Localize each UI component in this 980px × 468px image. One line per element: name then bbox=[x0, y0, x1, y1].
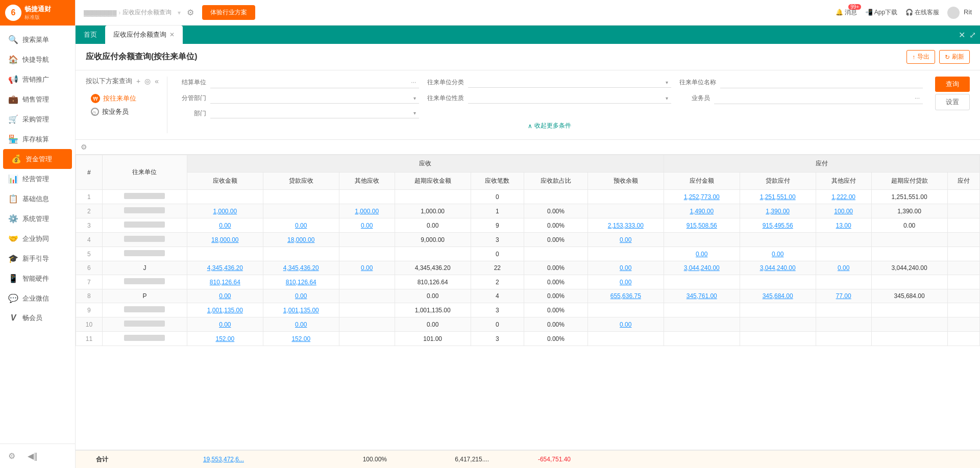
collapse-filter-icon[interactable]: « bbox=[155, 77, 159, 85]
footer-ar-ratio: 100.00% bbox=[346, 456, 387, 463]
salesperson-dots-icon[interactable]: ··· bbox=[915, 94, 920, 102]
system-icon: ⚙️ bbox=[8, 214, 18, 224]
notification-btn[interactable]: 🔔 消息 99+ bbox=[836, 8, 857, 17]
refresh-label: 刷新 bbox=[952, 53, 964, 61]
sales-icon: 💼 bbox=[8, 94, 18, 104]
sidebar-item-label: 库存核算 bbox=[22, 135, 49, 144]
sidebar-item-label: 基础信息 bbox=[22, 194, 49, 204]
sidebar-item-label: 畅会员 bbox=[22, 313, 42, 323]
app-download-label: App下载 bbox=[874, 9, 897, 16]
table-row: 101,252,773.001,251,551.001,222.001,251,… bbox=[76, 190, 980, 204]
table-row: 7810,126.64810,126.64810,126.6420.00%0.0… bbox=[76, 275, 980, 289]
sidebar-item-search[interactable]: 🔍 搜索菜单 bbox=[0, 30, 75, 50]
row-number: 2 bbox=[76, 204, 103, 218]
user-btn[interactable]: Rit bbox=[947, 7, 972, 19]
query-button[interactable]: 查询 bbox=[935, 77, 970, 92]
sidebar-item-operations[interactable]: 📊 经营管理 bbox=[0, 169, 75, 189]
collapse-sidebar-btn[interactable]: ◀‖ bbox=[23, 448, 42, 464]
sidebar-item-guide[interactable]: 🎓 新手引导 bbox=[0, 249, 75, 268]
tab-arbalance[interactable]: 应收应付余额查询 ✕ bbox=[105, 26, 183, 44]
refresh-icon: ↻ bbox=[945, 54, 950, 61]
table-row: 30.000.000.000.0090.00%2,153,333.00915,5… bbox=[76, 218, 980, 233]
sidebar-item-marketing[interactable]: 📢 营销推广 bbox=[0, 69, 75, 89]
export-button[interactable]: ↑ 导出 bbox=[906, 50, 935, 64]
header-gear-icon[interactable]: ⚙ bbox=[187, 8, 194, 17]
sidebar-item-warehouse[interactable]: 🏪 库存核算 bbox=[0, 129, 75, 149]
tab-home[interactable]: 首页 bbox=[76, 26, 105, 44]
unit-nature-select[interactable]: ▾ bbox=[468, 93, 671, 104]
filter-row-dept: 部门 ▾ bbox=[176, 108, 419, 118]
table-row: 91,001,135.001,001,135.001,001,135.0030.… bbox=[76, 303, 980, 317]
table-toolbar: ⚙ bbox=[76, 140, 980, 155]
tab-close-icon[interactable]: ✕ bbox=[169, 31, 175, 38]
table-row: 100.000.000.0000.00%0.00 bbox=[76, 317, 980, 332]
collapse-label: 收起更多条件 bbox=[534, 121, 571, 130]
sidebar-item-label: 销售管理 bbox=[22, 95, 49, 104]
sidebar-item-wechat[interactable]: 💬 企业微信 bbox=[0, 288, 75, 308]
sidebar-item-finance[interactable]: 💰 资金管理 bbox=[3, 149, 72, 169]
guide-icon: 🎓 bbox=[8, 254, 18, 263]
app-download-btn[interactable]: 📲 App下载 bbox=[865, 8, 897, 17]
sidebar-item-label: 营销推广 bbox=[22, 75, 49, 84]
unit-name-label: 往来单位名称 bbox=[679, 78, 716, 87]
online-service-btn[interactable]: 🎧 在线客服 bbox=[905, 8, 939, 17]
export-label: 导出 bbox=[917, 53, 929, 61]
department-select[interactable]: ▾ bbox=[210, 93, 419, 104]
sidebar-item-member[interactable]: V 畅会员 bbox=[0, 308, 75, 328]
breadcrumb-chevron: › bbox=[118, 9, 120, 16]
partner-cell bbox=[102, 317, 187, 332]
refresh-button[interactable]: ↻ 刷新 bbox=[939, 50, 970, 64]
tab-bar-actions: ✕ ⤢ bbox=[959, 30, 980, 40]
settings-footer-btn[interactable]: ⚙ bbox=[4, 448, 19, 464]
filter-row-department: 分管部门 ▾ bbox=[176, 92, 419, 104]
footer-ar-prepay: 6,417,215.... bbox=[428, 456, 489, 463]
row-number: 8 bbox=[76, 289, 103, 303]
bell-icon: 🔔 bbox=[836, 9, 843, 16]
sidebar-item-purchase[interactable]: 🛒 采购管理 bbox=[0, 109, 75, 129]
add-filter-icon[interactable]: + bbox=[136, 77, 140, 85]
filter-option-by-unit[interactable]: ₩ 按往来单位 bbox=[86, 92, 159, 105]
tab-close-window-icon[interactable]: ✕ bbox=[959, 30, 965, 40]
page-title: 应收应付余额查询(按往来单位) bbox=[86, 52, 198, 62]
filter-option-by-staff[interactable]: ⏱ 按业务员 bbox=[86, 105, 159, 118]
online-service-label: 在线客服 bbox=[915, 9, 939, 16]
salesperson-select[interactable]: ··· bbox=[714, 92, 923, 104]
sidebar-item-hardware[interactable]: 📱 智能硬件 bbox=[0, 268, 75, 288]
row-number: 10 bbox=[76, 317, 103, 332]
sidebar-item-label: 快捷导航 bbox=[22, 55, 49, 64]
sidebar-item-quicknav[interactable]: 🏠 快捷导航 bbox=[0, 50, 75, 69]
footer-ar-total[interactable]: 19,553,472,6... bbox=[183, 456, 244, 463]
table-row: 6J4,345,436.204,345,436.200.004,345,436.… bbox=[76, 261, 980, 275]
tab-bar: 首页 应收应付余额查询 ✕ ✕ ⤢ bbox=[76, 26, 980, 44]
table-config-icon[interactable]: ⚙ bbox=[81, 143, 87, 151]
notification-label: 消息 bbox=[845, 9, 857, 16]
table-row: 418,000.0018,000.009,000.0030.00%0.00 bbox=[76, 233, 980, 247]
page-actions: ↑ 导出 ↻ 刷新 bbox=[906, 50, 970, 64]
department-chevron-icon: ▾ bbox=[413, 95, 416, 101]
collapse-btn[interactable]: ∧ 收起更多条件 bbox=[176, 118, 923, 133]
solution-button[interactable]: 体验行业方案 bbox=[202, 5, 255, 20]
breadcrumb-expand-icon[interactable]: ▾ bbox=[178, 9, 181, 16]
tab-expand-icon[interactable]: ⤢ bbox=[969, 30, 976, 40]
by-unit-label: 按往来单位 bbox=[103, 94, 136, 103]
row-number: 5 bbox=[76, 247, 103, 261]
settlement-input[interactable]: ··· bbox=[210, 77, 419, 88]
col-ar-loan: 贷款应收 bbox=[263, 173, 339, 190]
dept-chevron-icon: ▾ bbox=[413, 110, 416, 116]
sidebar-item-system[interactable]: ⚙️ 系统管理 bbox=[0, 209, 75, 229]
settings-button[interactable]: 设置 bbox=[935, 94, 970, 110]
sidebar-item-sales[interactable]: 💼 销售管理 bbox=[0, 89, 75, 109]
filter-section: 按以下方案查询 + ◎ « ₩ 按往来单位 ⏱ 按业务员 bbox=[76, 70, 980, 140]
unit-category-select[interactable]: ▾ bbox=[468, 78, 671, 88]
table-wrapper[interactable]: # 往来单位 应收 应付 应收金额 贷款应收 其他应收 超期应收金额 应收笔数 … bbox=[76, 155, 980, 450]
unit-name-input[interactable] bbox=[720, 77, 923, 88]
sidebar-menu: 🔍 搜索菜单 🏠 快捷导航 📢 营销推广 💼 销售管理 🛒 采购管理 🏪 库存核… bbox=[0, 26, 75, 444]
sidebar-item-base[interactable]: 📋 基础信息 bbox=[0, 189, 75, 209]
settlement-dots-icon[interactable]: ··· bbox=[411, 79, 416, 86]
settings-filter-icon[interactable]: ◎ bbox=[144, 77, 151, 85]
dept-select[interactable]: ▾ bbox=[210, 108, 419, 118]
sidebar-item-collab[interactable]: 🤝 企业协同 bbox=[0, 229, 75, 249]
salesperson-label: 业务员 bbox=[679, 94, 710, 103]
table-row: 21,000.001,000.001,000.0010.00%1,490.001… bbox=[76, 204, 980, 218]
search-icon: 🔍 bbox=[8, 35, 18, 44]
